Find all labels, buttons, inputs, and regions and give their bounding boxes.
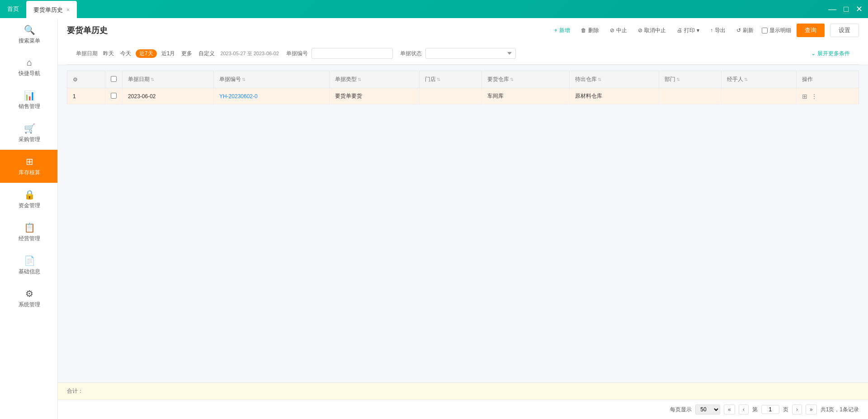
table-area: ⚙ 单据日期⇅ 单据编号⇅ 单据类型⇅ 门店⇅ 要货仓库⇅ 待出仓库⇅ 部门⇅ … xyxy=(58,65,868,382)
sidebar-item-basic-info[interactable]: 📄 基础信息 xyxy=(0,249,57,282)
toolbar: + 新增 🗑 删除 ⊘ 中止 ⊘ 取消中止 xyxy=(552,24,859,37)
tab-active[interactable]: 要货单历史 × xyxy=(26,1,77,19)
cell-doc-no: YH-20230602-0 xyxy=(213,88,329,105)
page-number-input[interactable] xyxy=(761,405,779,414)
summary-label: 合计： xyxy=(67,387,83,395)
sidebar-item-label: 基础信息 xyxy=(19,268,40,276)
expand-icon: ⌄ xyxy=(811,50,816,57)
sidebar-item-purchase[interactable]: 🛒 采购管理 xyxy=(0,117,57,150)
sidebar-item-finance[interactable]: 🔒 资金管理 xyxy=(0,183,57,216)
table-row: 1 2023-06-02 YH-20230602-0 要货单要货 车间库 原材料… xyxy=(67,88,859,105)
print-icon: 🖨 xyxy=(677,27,682,33)
total-info: 共1页，1条记录 xyxy=(821,406,859,414)
minimize-icon[interactable]: — xyxy=(828,5,836,14)
new-icon: + xyxy=(554,27,557,33)
page-label: 第 xyxy=(752,406,758,414)
row-checkbox[interactable] xyxy=(111,93,117,99)
sidebar-item-operations[interactable]: 📋 经营管理 xyxy=(0,216,57,249)
next-page-button[interactable]: › xyxy=(792,405,802,414)
sidebar-item-label: 快捷导航 xyxy=(19,70,40,77)
shortcut-1month[interactable]: 近1月 xyxy=(160,49,177,58)
col-pending-warehouse: 待出仓库⇅ xyxy=(569,71,659,88)
doc-no-filter-group: 单据编号 xyxy=(286,48,393,59)
page-size-select[interactable]: 50 20 100 200 xyxy=(695,405,720,414)
setting-button[interactable]: 设置 xyxy=(830,24,859,37)
sidebar-item-inventory[interactable]: ⊞ 库存核算 xyxy=(0,150,57,183)
cell-req-warehouse: 车间库 xyxy=(481,88,569,105)
purchase-icon: 🛒 xyxy=(24,123,35,134)
delete-button[interactable]: 🗑 删除 xyxy=(578,25,602,36)
maximize-icon[interactable]: □ xyxy=(844,5,849,14)
cell-checkbox xyxy=(105,88,123,105)
shortcut-today[interactable]: 今天 xyxy=(118,49,133,58)
refresh-button[interactable]: ↺ 刷新 xyxy=(734,25,756,36)
delete-icon: 🗑 xyxy=(581,27,586,33)
new-button[interactable]: + 新增 xyxy=(552,25,573,36)
print-button[interactable]: 🖨 打印 ▾ xyxy=(674,25,702,36)
last-page-button[interactable]: » xyxy=(806,405,817,414)
cell-handler xyxy=(722,88,797,105)
window-close-icon[interactable]: ✕ xyxy=(856,4,863,14)
col-doc-type: 单据类型⇅ xyxy=(330,71,420,88)
select-all-checkbox[interactable] xyxy=(111,76,117,82)
doc-no-input[interactable] xyxy=(311,48,393,59)
sidebar-item-search-menu[interactable]: 🔍 搜索菜单 xyxy=(0,18,57,51)
cell-date: 2023-06-02 xyxy=(123,88,214,105)
shortcut-custom[interactable]: 自定义 xyxy=(197,49,217,58)
display-detail-checkbox[interactable] xyxy=(762,28,768,33)
page-title: 要货单历史 xyxy=(67,25,108,36)
stop-button[interactable]: ⊘ 中止 xyxy=(607,25,630,36)
page-size-label: 每页显示 xyxy=(670,406,692,414)
print-label: 打印 xyxy=(684,27,695,34)
col-dept: 部门⇅ xyxy=(659,71,722,88)
shortcut-more[interactable]: 更多 xyxy=(179,49,194,58)
sidebar-item-quick-nav[interactable]: ⌂ 快捷导航 xyxy=(0,51,57,84)
content-area: 要货单历史 + 新增 🗑 删除 ⊘ 中止 ⊘ xyxy=(58,18,868,419)
status-filter-group: 单据状态 xyxy=(400,48,516,59)
date-filter-group: 单据日期 昨天 今天 近7天 近1月 更多 自定义 2023-05-27 至 2… xyxy=(76,49,279,58)
settings-icon[interactable]: ⚙ xyxy=(73,76,78,83)
system-icon: ⚙ xyxy=(25,288,33,299)
prev-page-button[interactable]: ‹ xyxy=(739,405,749,414)
basic-info-icon: 📄 xyxy=(24,255,35,266)
display-detail-label: 显示明细 xyxy=(769,27,791,34)
sidebar-item-system[interactable]: ⚙ 系统管理 xyxy=(0,282,57,315)
date-range-display: 2023-05-27 至 2023-06-02 xyxy=(220,50,279,57)
export-button[interactable]: ↑ 导出 xyxy=(708,25,728,36)
cancel-stop-label: 取消中止 xyxy=(644,27,666,34)
display-detail-toggle[interactable]: 显示明细 xyxy=(762,27,791,34)
tab-home[interactable]: 首页 xyxy=(0,0,26,18)
inventory-icon: ⊞ xyxy=(26,156,33,167)
print-dropdown-icon: ▾ xyxy=(697,27,699,33)
sidebar: 🔍 搜索菜单 ⌂ 快捷导航 📊 销售管理 🛒 采购管理 ⊞ 库存核算 🔒 资金管… xyxy=(0,18,58,419)
export-icon: ↑ xyxy=(710,27,713,33)
date-shortcuts: 昨天 今天 近7天 近1月 更多 自定义 xyxy=(101,49,217,58)
sidebar-item-sales[interactable]: 📊 销售管理 xyxy=(0,84,57,117)
cell-no: 1 xyxy=(67,88,105,105)
doc-no-label: 单据编号 xyxy=(286,50,308,57)
status-select[interactable] xyxy=(425,48,516,59)
first-page-button[interactable]: « xyxy=(724,405,735,414)
query-button[interactable]: 查询 xyxy=(797,24,825,37)
view-action-icon[interactable]: ⊞ xyxy=(802,93,807,100)
close-tab-icon[interactable]: × xyxy=(66,7,70,13)
filter-area: 单据日期 昨天 今天 近7天 近1月 更多 自定义 2023-05-27 至 2… xyxy=(67,43,859,65)
more-action-icon[interactable]: ⋮ xyxy=(811,93,817,100)
top-bar: 首页 要货单历史 × — □ ✕ xyxy=(0,0,868,18)
col-action: 操作 xyxy=(797,71,859,88)
expand-filter-button[interactable]: ⌄ 展开更多条件 xyxy=(811,50,850,57)
cell-store xyxy=(419,88,481,105)
search-menu-icon: 🔍 xyxy=(24,24,35,35)
cancel-stop-button[interactable]: ⊘ 取消中止 xyxy=(635,25,669,36)
page-title-row: 要货单历史 + 新增 🗑 删除 ⊘ 中止 ⊘ xyxy=(67,24,859,37)
export-label: 导出 xyxy=(715,27,726,34)
shortcut-yesterday[interactable]: 昨天 xyxy=(101,49,116,58)
sidebar-item-label: 销售管理 xyxy=(19,103,40,110)
doc-no-link[interactable]: YH-20230602-0 xyxy=(219,93,258,100)
col-handler: 经手人⇅ xyxy=(722,71,797,88)
sidebar-item-label: 采购管理 xyxy=(19,136,40,143)
shortcut-7days[interactable]: 近7天 xyxy=(136,49,157,58)
quick-nav-icon: ⌂ xyxy=(27,57,32,68)
date-label: 单据日期 xyxy=(76,50,98,57)
sidebar-item-label: 库存核算 xyxy=(19,169,40,176)
